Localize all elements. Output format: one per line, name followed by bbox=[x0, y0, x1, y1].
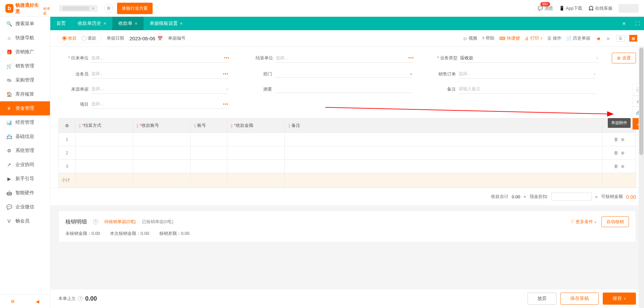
chart-icon: 📊 bbox=[6, 119, 12, 125]
biztype-select[interactable]: 应收款∨ bbox=[460, 54, 598, 63]
fullscreen-icon[interactable]: ⛶ bbox=[631, 21, 644, 26]
sidebar-item-guide[interactable]: ▶新手引导 bbox=[0, 172, 50, 186]
company-selector[interactable]: ∨ ⚙ bbox=[59, 4, 113, 13]
sidebar-item-inventory[interactable]: 🏠库存核算 bbox=[0, 87, 50, 101]
sidebar-settings-icon[interactable]: ⚙ bbox=[11, 299, 15, 304]
experience-button[interactable]: 体验行业方案 bbox=[117, 3, 153, 14]
sidebar-item-purchase[interactable]: 🛍采购管理 bbox=[0, 73, 50, 87]
phone-icon: 📱 bbox=[559, 6, 565, 11]
view-list-icon[interactable]: ☰ bbox=[616, 35, 625, 42]
auto-verify-button[interactable]: 自动核销 bbox=[601, 216, 629, 227]
print-dropdown[interactable]: 🖨打印∨ bbox=[525, 35, 543, 41]
keyboard-icon: ⌨ bbox=[499, 36, 505, 41]
col-account-no[interactable]: ▲▼账号 bbox=[191, 118, 227, 133]
tab-template[interactable]: 单据模板设置✕ bbox=[144, 17, 189, 30]
delete-icon[interactable]: 🗑 bbox=[612, 137, 620, 142]
more-icon[interactable]: ••• bbox=[408, 55, 414, 60]
sidebar-item-operation[interactable]: 📊经营管理 bbox=[0, 115, 50, 130]
col-label: 结算方式 bbox=[84, 123, 101, 128]
prev-icon[interactable]: ◀ bbox=[595, 36, 601, 41]
close-all-tabs-icon[interactable]: ✕ bbox=[617, 21, 631, 26]
sidebar-item-hardware[interactable]: 🤖智能硬件 bbox=[0, 186, 50, 200]
close-icon[interactable]: ✕ bbox=[103, 21, 106, 26]
verification-card: 核销明细 ? 待核销单据(0笔) 已核销单据(0笔) ▽ 更多条件 ∨ 自动核销… bbox=[58, 211, 636, 242]
operate-link[interactable]: ☰操作 bbox=[547, 35, 561, 41]
radio-receipt[interactable]: 收款 bbox=[62, 35, 77, 41]
user-area[interactable] bbox=[619, 4, 639, 13]
more-icon[interactable]: ••• bbox=[223, 102, 229, 107]
sidebar-item-finance[interactable]: ¥资金管理 bbox=[0, 101, 50, 115]
close-icon[interactable]: ✕ bbox=[180, 21, 183, 26]
sidebar-item-sales[interactable]: 🛒销售管理 bbox=[0, 59, 50, 73]
sidebar-item-system[interactable]: ⚙系统管理 bbox=[0, 144, 50, 158]
tab-receipt-history[interactable]: 收款单历史✕ bbox=[72, 17, 112, 30]
radio-refund[interactable]: 退款 bbox=[82, 35, 96, 41]
pending-tab[interactable]: 待核销单据(0笔) bbox=[104, 219, 136, 225]
sidebar-item-quicknav[interactable]: ⌂快捷导航 bbox=[0, 31, 50, 45]
discount-input[interactable] bbox=[551, 193, 592, 201]
support-link[interactable]: 🎧 在线客服 bbox=[588, 5, 612, 11]
gear-icon[interactable]: ⚙ bbox=[104, 4, 113, 13]
line-items-table: ⚙ ▲▼*结算方式 ▲▼*收款账号 ▲▼账号 ▲▼*收款金额 ▲▼备注 操作 1… bbox=[50, 118, 644, 188]
sidebar-item-basedata[interactable]: 📇基础信息 bbox=[0, 130, 50, 144]
table-row[interactable]: 3🗑⊕ bbox=[59, 160, 636, 173]
table-settings-header[interactable]: ⚙ bbox=[59, 118, 75, 133]
sidebar-item-label: 经营管理 bbox=[15, 119, 34, 125]
sidebar-item-wecom[interactable]: 💬企业微信 bbox=[0, 200, 50, 214]
add-icon[interactable]: ⊕ bbox=[620, 137, 626, 142]
tab-receipt[interactable]: 收款单✕ bbox=[112, 17, 144, 30]
brand-edition: 标准版 bbox=[43, 6, 52, 16]
sidebar-collapse-icon[interactable]: ◀ bbox=[36, 299, 39, 304]
app-download-link[interactable]: 📱 App下载 bbox=[559, 5, 582, 11]
video-link[interactable]: ▷视频 bbox=[464, 35, 477, 41]
delete-icon[interactable]: 🗑 bbox=[612, 150, 620, 155]
help-icon[interactable]: ? bbox=[93, 219, 98, 224]
more-filter-link[interactable]: ▽ 更多条件 ∨ bbox=[570, 219, 597, 225]
logo-icon: b bbox=[5, 4, 13, 13]
sidebar-item-marketing[interactable]: 🎁营销推广 bbox=[0, 45, 50, 59]
settleunit-select[interactable]: 选择...••• bbox=[276, 54, 414, 63]
remark-input[interactable]: 请输入备注 bbox=[459, 85, 596, 94]
shortcut-link[interactable]: ⌨快捷键 bbox=[499, 35, 520, 41]
sidebar-item-collab[interactable]: ↗企业协同 bbox=[0, 158, 50, 172]
col-remark[interactable]: ▲▼备注 bbox=[285, 118, 602, 133]
discard-button[interactable]: 放弃 bbox=[528, 293, 556, 305]
dept-select[interactable]: ∨ bbox=[275, 70, 412, 78]
share-icon: ↗ bbox=[6, 162, 12, 168]
summary-input[interactable] bbox=[275, 86, 412, 93]
table-row[interactable]: 1🗑⊕ bbox=[59, 133, 636, 146]
more-icon[interactable]: ••• bbox=[224, 55, 229, 60]
sourcedoc-select[interactable]: 选择...∨ bbox=[91, 85, 228, 94]
add-icon[interactable]: ⊕ bbox=[620, 164, 626, 169]
done-tab[interactable]: 已核销单据(0笔) bbox=[142, 219, 173, 225]
add-icon[interactable]: ⊕ bbox=[620, 150, 626, 155]
project-select[interactable]: 选择...••• bbox=[91, 100, 228, 109]
placeholder-text: 选择... bbox=[91, 101, 104, 107]
close-icon[interactable]: ✕ bbox=[135, 21, 138, 26]
settings-button[interactable]: ⚙设置 bbox=[612, 53, 636, 63]
scrollbar-thumb[interactable] bbox=[639, 48, 643, 155]
salesorder-select[interactable]: 选择...∨ bbox=[459, 69, 596, 79]
save-draft-button[interactable]: 保存草稿 bbox=[560, 293, 599, 305]
col-account[interactable]: ▲▼*收款账号 bbox=[133, 118, 191, 133]
help-link[interactable]: ?帮助 bbox=[482, 35, 494, 41]
view-form-icon[interactable]: ▦ bbox=[629, 35, 637, 42]
delete-icon[interactable]: 🗑 bbox=[612, 164, 620, 169]
sidebar-item-search[interactable]: 🔍搜索菜单 bbox=[0, 17, 50, 31]
summary-label: 摘要 bbox=[242, 86, 272, 92]
help-icon[interactable]: ? bbox=[78, 296, 83, 301]
doc-date-picker[interactable]: 2023-06-06 📅 bbox=[129, 36, 163, 41]
next-icon[interactable]: ▶ bbox=[606, 36, 612, 41]
sidebar-item-member[interactable]: V畅会员 bbox=[0, 214, 50, 228]
tab-home[interactable]: 首页 bbox=[50, 17, 72, 30]
col-amount[interactable]: ▲▼*收款金额 bbox=[227, 118, 285, 133]
save-button[interactable]: 保存∨ bbox=[603, 293, 636, 305]
table-row[interactable]: 2🗑⊕ bbox=[59, 146, 636, 160]
history-link[interactable]: 📄历史单据 bbox=[566, 35, 590, 41]
more-icon[interactable]: ••• bbox=[223, 71, 229, 76]
placeholder-text: 选择... bbox=[276, 55, 288, 61]
partner-select[interactable]: 选择...••• bbox=[91, 54, 229, 63]
salesman-select[interactable]: 选择...••• bbox=[91, 69, 228, 79]
col-settle-method[interactable]: ▲▼*结算方式 bbox=[75, 118, 133, 133]
messages-link[interactable]: 💬 消息 99+ bbox=[538, 5, 553, 11]
